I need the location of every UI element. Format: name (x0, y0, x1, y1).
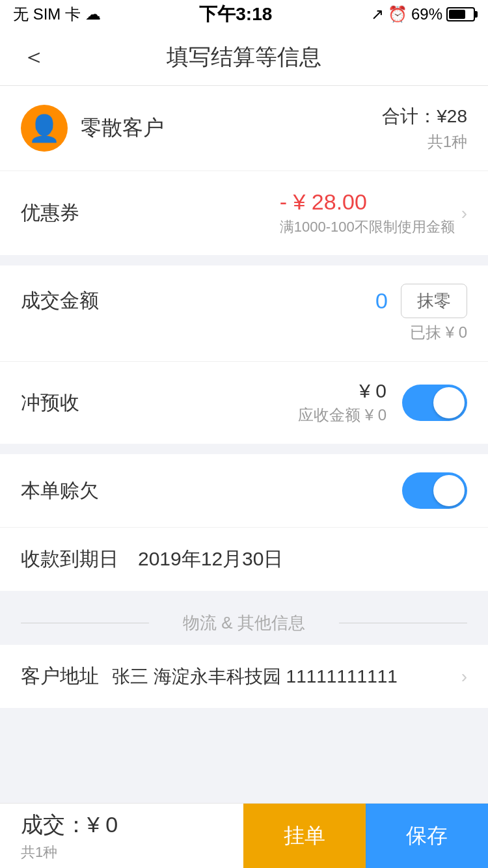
coupon-row[interactable]: 优惠券 - ¥ 28.00 满1000-100不限制使用金额 › (0, 170, 488, 255)
deal-top: 成交金额 0 抹零 (21, 284, 467, 318)
battery-icon (446, 7, 475, 21)
due-date-text: 收款到期日 2019年12月30日 (21, 548, 283, 569)
prepay-amount: ¥ 0 (298, 380, 386, 402)
sep-line-right (339, 623, 467, 623)
customer-total: 合计：¥28 共1种 (382, 104, 467, 152)
nav-bar: ＜ 填写结算等信息 (0, 29, 488, 86)
deal-sub-text: 已抹 ¥ 0 (21, 322, 467, 343)
coupon-amount: - ¥ 28.00 (280, 189, 455, 215)
due-date-value: 2019年12月30日 (138, 548, 283, 569)
prepay-label: 冲预收 (21, 390, 79, 416)
status-left: 无 SIM 卡 ☁ (13, 4, 101, 25)
coupon-desc: 满1000-100不限制使用金额 (280, 217, 455, 237)
status-right: ↗ ⏰ 69% (371, 5, 475, 23)
deal-amount-value: 0 (375, 288, 388, 314)
customer-section: 👤 零散客户 合计：¥28 共1种 优惠券 - ¥ 28.00 满1000-10… (0, 86, 488, 255)
battery-text: 69% (411, 5, 442, 23)
deal-section: 成交金额 0 抹零 已抹 ¥ 0 冲预收 ¥ 0 应收金额 ¥ 0 (0, 265, 488, 444)
alarm-icon: ⏰ (388, 5, 407, 23)
address-value: 张三 海淀永丰科技园 11111111111 (112, 664, 461, 689)
debt-section: 本单赊欠 收款到期日 2019年12月30日 (0, 454, 488, 591)
status-bar: 无 SIM 卡 ☁ 下午3:18 ↗ ⏰ 69% (0, 0, 488, 29)
customer-left: 👤 零散客户 (21, 105, 164, 152)
customer-row: 👤 零散客户 合计：¥28 共1种 (0, 86, 488, 170)
bottom-info: 成交：¥ 0 共1种 (0, 810, 243, 862)
total-label: 合计：¥28 (382, 104, 467, 129)
coupon-label: 优惠券 (21, 200, 79, 226)
prepay-receivable: 应收金额 ¥ 0 (298, 405, 386, 426)
location-icon: ↗ (371, 5, 384, 23)
prepay-right: ¥ 0 应收金额 ¥ 0 (298, 380, 467, 426)
hold-button[interactable]: 挂单 (243, 804, 366, 868)
logistics-separator: 物流 & 其他信息 (0, 601, 488, 645)
prepay-row: 冲预收 ¥ 0 应收金额 ¥ 0 (0, 362, 488, 444)
bottom-deal-value: ¥ 0 (87, 812, 118, 837)
address-row[interactable]: 客户地址 张三 海淀永丰科技园 11111111111 › (0, 645, 488, 708)
page-title: 填写结算等信息 (167, 42, 321, 72)
debt-label: 本单赊欠 (21, 478, 99, 504)
deal-amount-label: 成交金额 (21, 288, 99, 314)
address-chevron-icon: › (461, 666, 467, 687)
coupon-right: - ¥ 28.00 满1000-100不限制使用金额 › (280, 189, 467, 237)
bottom-deal-amount: 成交：¥ 0 (21, 810, 223, 840)
deal-amount-row: 成交金额 0 抹零 已抹 ¥ 0 (0, 265, 488, 362)
avatar-icon: 👤 (28, 113, 61, 144)
address-section: 客户地址 张三 海淀永丰科技园 11111111111 › (0, 645, 488, 708)
save-button[interactable]: 保存 (366, 804, 488, 868)
bottom-count: 共1种 (21, 843, 223, 862)
avatar: 👤 (21, 105, 68, 152)
address-label: 客户地址 (21, 663, 99, 690)
bottom-deal-prefix: 成交： (21, 812, 87, 837)
logistics-label: 物流 & 其他信息 (183, 612, 305, 634)
customer-name: 零散客户 (81, 114, 164, 142)
due-date-row: 收款到期日 2019年12月30日 (0, 527, 488, 591)
back-button[interactable]: ＜ (16, 34, 52, 79)
debt-toggle[interactable] (402, 472, 467, 509)
sim-status: 无 SIM 卡 ☁ (13, 4, 101, 25)
prepay-amount-block: ¥ 0 应收金额 ¥ 0 (298, 380, 386, 426)
due-date-label: 收款到期日 (21, 548, 138, 569)
debt-row: 本单赊欠 (0, 454, 488, 527)
deal-right: 0 抹零 (375, 284, 467, 318)
debt-toggle-thumb (433, 475, 465, 506)
coupon-chevron-icon: › (461, 203, 467, 224)
toggle-thumb (433, 387, 465, 418)
bottom-bar: 成交：¥ 0 共1种 挂单 保存 (0, 803, 488, 868)
status-time: 下午3:18 (199, 2, 272, 27)
prepay-toggle[interactable] (402, 385, 467, 421)
total-count: 共1种 (382, 131, 467, 152)
round-zero-button[interactable]: 抹零 (401, 284, 467, 318)
sep-line-left (21, 623, 149, 623)
